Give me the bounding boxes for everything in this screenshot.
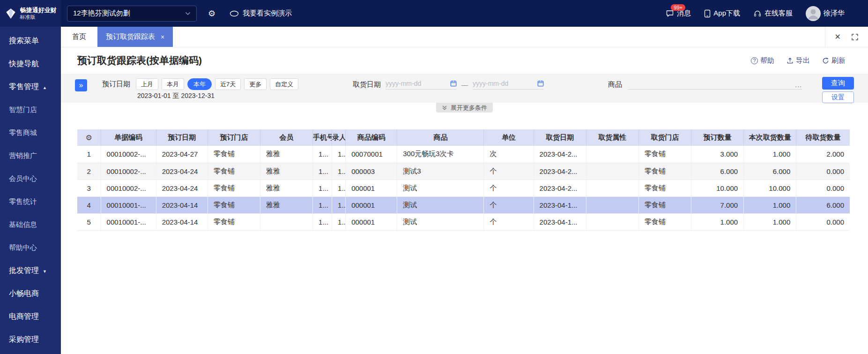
online-service-label: 在线客服	[764, 9, 793, 18]
table-cell: 零食铺	[208, 146, 260, 163]
sidebar-item[interactable]: 搜索菜单	[0, 30, 61, 53]
sidebar-item[interactable]: 零售商城	[0, 121, 61, 144]
table-row[interactable]: 100010002-...2023-04-27零食铺雅雅1...1...0007…	[77, 146, 850, 163]
table-cell: 2023-04-24	[156, 163, 208, 180]
tab-home[interactable]: 首页	[61, 27, 97, 47]
column-header[interactable]: 商品	[397, 129, 484, 146]
sidebar-item-label: 智慧门店	[9, 105, 37, 114]
sidebar-item[interactable]: 智慧门店	[0, 98, 61, 121]
column-header[interactable]: 取货日期	[534, 129, 586, 146]
quick-range-button[interactable]: 上月	[136, 78, 158, 90]
pickup-date-from-field[interactable]	[386, 80, 457, 90]
grid-header-row: ⚙单据编码预订日期预订门店会员手机号\登录人电商品编码商品单位取货日期取货属性取…	[77, 129, 850, 146]
app-download-button[interactable]: App下载	[704, 9, 740, 18]
sidebar-item[interactable]: 批发管理▼	[0, 259, 61, 282]
quick-range-button[interactable]: 近7天	[215, 78, 241, 90]
help-button[interactable]: ? 帮助	[751, 56, 774, 65]
refresh-icon	[822, 57, 829, 64]
table-row[interactable]: 300010002-...2023-04-24零食铺雅雅1...1...0000…	[77, 180, 850, 196]
table-row[interactable]: 400010001-...2023-04-14零食铺雅雅1...1...0000…	[77, 196, 850, 213]
table-cell: 测试3	[397, 163, 484, 180]
refresh-button[interactable]: 刷新	[822, 56, 846, 65]
sidebar-item[interactable]: 采购管理	[0, 328, 61, 351]
quick-range-button[interactable]: 更多	[244, 78, 267, 90]
pickup-date-to-input[interactable]	[473, 80, 535, 87]
calendar-icon[interactable]	[537, 80, 544, 87]
pickup-date-to-field[interactable]	[473, 80, 544, 90]
tab-active[interactable]: 预订取货跟踪表 ×	[97, 27, 173, 47]
column-header[interactable]: 取货门店	[638, 129, 691, 146]
sidebar-item[interactable]: 营销推广	[0, 144, 61, 167]
sidebar-item[interactable]: 帮助中心	[0, 236, 61, 259]
column-header[interactable]: 预订门店	[208, 129, 260, 146]
column-header[interactable]: 预订数量	[691, 129, 743, 146]
help-icon: ?	[751, 57, 758, 64]
sidebar-item-label: 电商管理	[9, 312, 39, 322]
messages-button[interactable]: 99+ 消息	[666, 9, 691, 18]
export-label: 导出	[796, 56, 810, 65]
product-label: 商品	[608, 80, 622, 89]
sidebar-item-label: 采购管理	[9, 335, 39, 345]
sidebar-item-label: 营销推广	[9, 151, 37, 160]
product-field[interactable]: ...	[628, 80, 802, 90]
user-menu[interactable]: 徐泽华	[806, 6, 845, 21]
date-range-separator: —	[461, 81, 468, 89]
fullscreen-icon[interactable]	[851, 33, 859, 41]
expand-more-button[interactable]: 展开更多条件	[436, 103, 493, 113]
grid-body: 100010002-...2023-04-27零食铺雅雅1...1...0007…	[77, 146, 850, 230]
column-header[interactable]: 商品编码	[346, 129, 397, 146]
product-input[interactable]	[628, 80, 793, 87]
app-download-label: App下载	[713, 9, 740, 18]
gear-icon[interactable]: ⚙	[208, 8, 215, 19]
collapse-filter-button[interactable]: »	[75, 79, 87, 91]
close-all-icon[interactable]: ✕	[835, 32, 841, 41]
sidebar-item[interactable]: 快捷导航	[0, 53, 61, 75]
table-row[interactable]: 200010002-...2023-04-24零食铺雅雅1...1...0000…	[77, 163, 850, 180]
table-cell: 000001	[346, 196, 397, 213]
sidebar-item-label: 搜索菜单	[9, 36, 39, 46]
table-row[interactable]: 500010001-...2023-04-14零食铺1...1...000001…	[77, 213, 850, 230]
calendar-icon[interactable]	[450, 80, 457, 87]
sidebar: 搜索菜单快捷导航零售管理▲智慧门店零售商城营销推广会员中心零售统计基础信息帮助中…	[0, 27, 61, 354]
column-header[interactable]: 取货属性	[586, 129, 638, 146]
table-cell: 000003	[346, 163, 397, 180]
table-cell: 2023-04-2...	[534, 146, 586, 163]
table-cell: 3.000	[691, 146, 743, 163]
quick-range-button[interactable]: 本月	[162, 78, 184, 90]
column-header[interactable]: 预订日期	[156, 129, 208, 146]
sidebar-item[interactable]: 小畅电商	[0, 282, 61, 305]
sidebar-item[interactable]: 电商管理	[0, 305, 61, 328]
column-header[interactable]: 录人电	[332, 129, 346, 146]
sidebar-item-label: 零售统计	[9, 197, 37, 206]
product-picker-button[interactable]: ...	[795, 83, 802, 87]
tab-close-icon[interactable]: ×	[161, 33, 164, 41]
demo-link[interactable]: 我要看实例演示	[230, 9, 292, 18]
expand-row: 展开更多条件	[61, 103, 868, 113]
quick-range-button[interactable]: 本年	[187, 78, 212, 90]
table-cell: 4	[77, 196, 101, 213]
sidebar-item[interactable]: 零售管理▲	[0, 75, 61, 98]
sidebar-item-label: 帮助中心	[9, 243, 37, 252]
sidebar-item[interactable]: 零售统计	[0, 190, 61, 213]
reserve-date-label: 预订日期	[102, 80, 130, 89]
quick-range-group: 上月本月本年近7天更多自定义	[136, 78, 298, 90]
pickup-date-from-input[interactable]	[386, 80, 448, 87]
org-selector[interactable]: 12李艳芬测试勿删	[67, 6, 197, 22]
sidebar-item-label: 零售商城	[9, 128, 37, 137]
export-button[interactable]: 导出	[786, 56, 810, 65]
column-header[interactable]: 待取货数量	[796, 129, 850, 146]
query-button[interactable]: 查询	[822, 77, 854, 90]
settings-button[interactable]: 设置	[822, 91, 854, 103]
sidebar-item[interactable]: 基础信息	[0, 213, 61, 236]
online-service-button[interactable]: 在线客服	[753, 9, 793, 18]
quick-range-button[interactable]: 自定义	[270, 78, 298, 90]
table-cell: 6.000	[796, 196, 850, 213]
column-header[interactable]: 单据编码	[101, 129, 156, 146]
sidebar-item[interactable]: 会员中心	[0, 167, 61, 190]
table-cell: 2023-04-14	[156, 213, 208, 230]
column-header[interactable]: 会员	[260, 129, 312, 146]
column-settings-gear-icon[interactable]: ⚙	[77, 129, 101, 146]
column-header[interactable]: 手机号\登	[313, 129, 332, 146]
column-header[interactable]: 本次取货数量	[744, 129, 796, 146]
column-header[interactable]: 单位	[484, 129, 534, 146]
